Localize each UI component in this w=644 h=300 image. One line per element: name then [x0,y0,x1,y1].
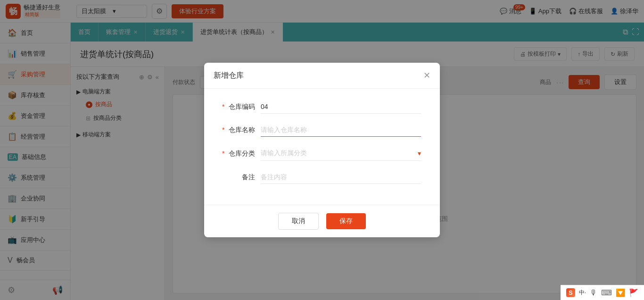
cancel-button[interactable]: 取消 [278,213,319,230]
chinese-input-label: 中· [579,289,586,297]
modal-footer: 取消 保存 [204,205,440,237]
form-row-remark: 备注 [223,170,421,184]
keyboard-icon[interactable]: ⌨ [601,288,612,297]
modal-overlay: 新增仓库 ✕ 仓库编码 仓库名称 仓库分类 [0,0,644,300]
s-logo: S [566,288,575,297]
bottom-bar: S 中· 🎙 ⌨ 🔽 🚩 [561,285,644,300]
warehouse-name-input[interactable] [261,123,421,137]
flag-icon[interactable]: 🚩 [629,288,638,297]
chevron-down-icon: ▾ [418,150,421,157]
remark-input[interactable] [261,170,421,184]
save-button[interactable]: 保存 [326,213,366,229]
form-row-name: 仓库名称 [223,123,421,137]
modal-close-button[interactable]: ✕ [423,70,430,81]
warehouse-category-label: 仓库分类 [223,150,261,158]
arrow-down-icon[interactable]: 🔽 [616,288,625,297]
mic-icon[interactable]: 🎙 [590,289,597,297]
modal-title: 新增仓库 [214,71,244,81]
add-warehouse-modal: 新增仓库 ✕ 仓库编码 仓库名称 仓库分类 [204,63,440,237]
modal-header: 新增仓库 ✕ [204,63,440,89]
form-row-code: 仓库编码 [223,100,421,114]
warehouse-code-label: 仓库编码 [223,103,261,111]
remark-label: 备注 [223,173,261,182]
form-row-category: 仓库分类 请输入所属分类 ▾ [223,146,421,161]
warehouse-name-label: 仓库名称 [223,126,261,134]
modal-body: 仓库编码 仓库名称 仓库分类 请输入所属分类 ▾ [204,89,440,205]
warehouse-category-select[interactable]: 请输入所属分类 ▾ [261,146,421,161]
warehouse-code-input[interactable] [261,100,421,114]
